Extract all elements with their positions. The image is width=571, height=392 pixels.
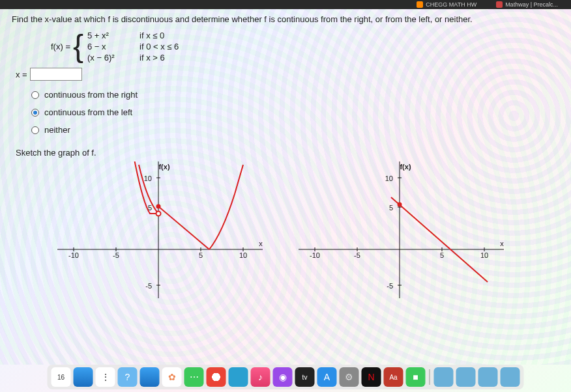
ytick-label: 10 (144, 175, 152, 182)
xtick-label: -10 (310, 251, 320, 259)
xtick-label: 10 (480, 251, 488, 259)
dock-finder-icon[interactable] (74, 367, 93, 387)
case-expr: 5 + x² (87, 31, 126, 40)
xtick-label: 5 (440, 251, 444, 259)
graph-option-2[interactable]: -10 -5 5 10 5 10 -5 f(x) x (292, 161, 507, 298)
case-expr: 6 − x (87, 42, 126, 51)
case-expr: (x − 6)² (87, 53, 126, 63)
tab-label: CHEGG MATH HW (426, 1, 476, 8)
xtick-label: 10 (239, 251, 247, 259)
dock-help-icon[interactable]: ? (118, 367, 138, 387)
macos-dock: 16⋮?✿⋯♪◉tvA⚙NAa■ (48, 365, 524, 389)
dock-calendar-icon[interactable]: 16 (51, 367, 71, 387)
dock-safari-icon[interactable] (140, 367, 160, 387)
graph-row: -10 -5 5 10 5 10 -5 f(x) x (51, 161, 559, 298)
x-equals-label: x = (16, 70, 27, 79)
dock-appstore-icon[interactable]: A (317, 367, 337, 387)
dock-folder2-icon[interactable] (456, 367, 476, 387)
tab-favicon (496, 1, 503, 8)
radio-label: continuous from the left (44, 107, 132, 117)
x-value-input[interactable] (30, 68, 82, 81)
axis-title: f(x) (158, 163, 169, 171)
dock-facetime-icon[interactable]: ■ (406, 367, 426, 387)
x-answer-row: x = (16, 68, 559, 81)
xtick-label: 5 (199, 251, 203, 259)
radio-label: neither (44, 125, 70, 135)
ytick-label: 5 (389, 204, 393, 212)
tab-favicon (417, 1, 423, 8)
cases-list: 5 + x² if x ≤ 0 6 − x if 0 < x ≤ 6 (x − … (87, 31, 179, 63)
xtick-label: -5 (113, 251, 119, 259)
closed-point-icon (398, 203, 402, 207)
open-point-icon (156, 212, 161, 216)
dock-folder3-icon[interactable] (478, 367, 498, 387)
dock-chrome-icon[interactable] (207, 367, 226, 387)
case-cond: if 0 < x ≤ 6 (139, 42, 179, 51)
fx-label: f(x) = (51, 42, 70, 51)
sketch-label: Sketch the graph of f. (16, 148, 559, 158)
dock-music-icon[interactable]: ♪ (251, 367, 271, 387)
dock-tv-icon[interactable]: tv (295, 367, 315, 387)
x-axis-label: x (259, 240, 263, 247)
ytick-label: 10 (385, 175, 393, 182)
xtick-label: -5 (354, 251, 360, 259)
browser-tab-strip: CHEGG MATH HW Mathway | Precalc... (0, 0, 571, 9)
dock-dictionary-icon[interactable]: Aa (384, 367, 403, 387)
problem-panel: Find the x-value at which f is discontin… (0, 9, 571, 367)
dock-reminders-icon[interactable]: ⋮ (96, 367, 115, 387)
axis-title: f(x) (400, 163, 411, 171)
graph-option-1[interactable]: -10 -5 5 10 5 10 -5 f(x) x (51, 161, 266, 298)
case-cond: if x ≤ 0 (139, 31, 164, 40)
radio-option[interactable]: continuous from the right (31, 90, 559, 100)
dock-divider (430, 369, 430, 385)
radio-icon (31, 91, 39, 99)
browser-tab[interactable]: CHEGG MATH HW (417, 1, 476, 8)
x-axis-label: x (500, 240, 504, 247)
dock-messages-icon[interactable]: ⋯ (184, 367, 204, 387)
dock-settings-icon[interactable]: ⚙ (340, 367, 359, 387)
dock-display-icon[interactable] (229, 367, 248, 387)
ytick-label: -5 (145, 282, 152, 290)
tab-label: Mathway | Precalc... (505, 1, 558, 8)
svg-line-19 (391, 197, 488, 282)
closed-point-icon (156, 204, 161, 209)
piecewise-function: f(x) = { 5 + x² if x ≤ 0 6 − x if 0 < x … (51, 31, 559, 63)
radio-label: continuous from the right (44, 90, 138, 100)
case-row: 5 + x² if x ≤ 0 (87, 31, 179, 40)
svg-line-9 (158, 206, 209, 249)
dock-folder4-icon[interactable] (501, 367, 520, 387)
brace-icon: { (73, 34, 83, 59)
browser-tab[interactable]: Mathway | Precalc... (496, 1, 558, 8)
radio-icon (31, 109, 39, 117)
dock-podcasts-icon[interactable]: ◉ (273, 367, 293, 387)
radio-option[interactable]: neither (31, 125, 559, 135)
radio-option[interactable]: continuous from the left (31, 107, 559, 117)
problem-statement: Find the x-value at which f is discontin… (12, 14, 559, 24)
case-row: 6 − x if 0 < x ≤ 6 (87, 42, 179, 51)
xtick-label: -10 (68, 251, 79, 259)
case-row: (x − 6)² if x > 6 (87, 53, 179, 63)
dock-photos-icon[interactable]: ✿ (162, 367, 182, 387)
case-cond: if x > 6 (139, 53, 165, 63)
ytick-label: -5 (387, 282, 393, 290)
dock-folder1-icon[interactable] (434, 367, 454, 387)
continuity-radio-group: continuous from the right continuous fro… (31, 90, 559, 135)
dock-netflix-icon[interactable]: N (362, 367, 381, 387)
radio-icon (31, 126, 39, 134)
